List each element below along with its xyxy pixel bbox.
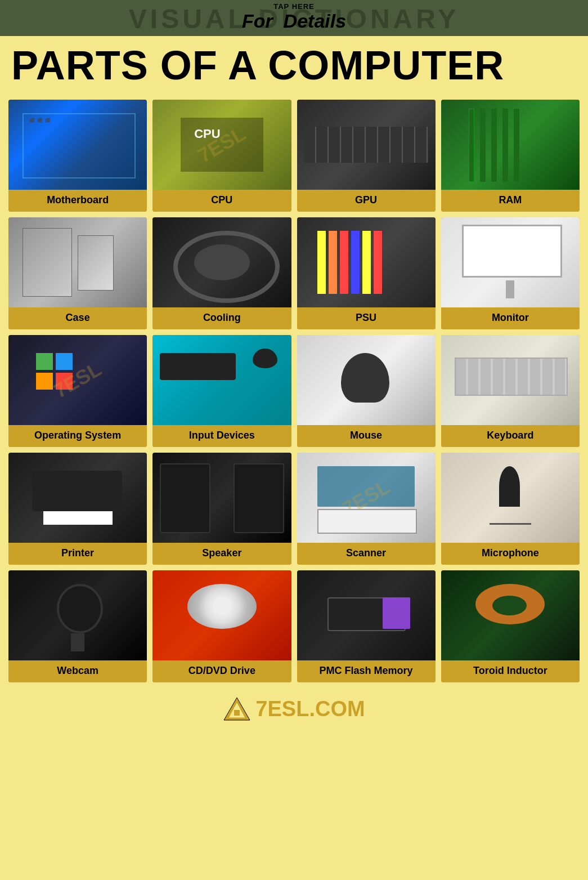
tap-here-overlay[interactable]: TAP HERE For Details (210, 2, 379, 32)
grid-item-cddvd[interactable]: CD/DVD Drive (152, 570, 291, 682)
image-input (152, 335, 291, 425)
page-title: PARTS OF A COMPUTER (11, 45, 577, 86)
label-psu: PSU (297, 307, 436, 329)
label-input: Input Devices (152, 425, 291, 447)
label-case: Case (8, 307, 147, 329)
footer-logo-letters: ESL.COM (268, 697, 365, 721)
image-mouse (297, 335, 436, 425)
label-toroid: Toroid Inductor (441, 660, 580, 682)
grid-item-scanner[interactable]: 7ESLScanner (297, 453, 436, 565)
footer-logo-text: 7ESL.COM (255, 697, 365, 721)
label-webcam: Webcam (8, 660, 147, 682)
parts-grid: Motherboard7ESLCPUGPURAMCaseCoolingPSUMo… (0, 91, 588, 689)
grid-item-printer[interactable]: Printer (8, 453, 147, 565)
grid-item-gpu[interactable]: GPU (297, 100, 436, 212)
label-motherboard: Motherboard (8, 190, 147, 212)
label-printer: Printer (8, 543, 147, 565)
image-psu (297, 217, 436, 307)
image-monitor (441, 217, 580, 307)
image-keyboard (441, 335, 580, 425)
grid-item-speaker[interactable]: Speaker (152, 453, 291, 565)
svg-rect-2 (234, 710, 240, 716)
image-cddvd (152, 570, 291, 660)
grid-item-cpu[interactable]: 7ESLCPU (152, 100, 291, 212)
header: VISUAL DICTIONARY TAP HERE For Details (0, 0, 588, 36)
grid-item-ram[interactable]: RAM (441, 100, 580, 212)
grid-item-microphone[interactable]: Microphone (441, 453, 580, 565)
page-title-area: PARTS OF A COMPUTER (0, 36, 588, 91)
image-os: 7ESL (8, 335, 147, 425)
grid-item-toroid[interactable]: Toroid Inductor (441, 570, 580, 682)
label-gpu: GPU (297, 190, 436, 212)
grid-item-flash[interactable]: PMC Flash Memory (297, 570, 436, 682)
image-scanner: 7ESL (297, 453, 436, 543)
image-speaker (152, 453, 291, 543)
label-flash: PMC Flash Memory (297, 660, 436, 682)
tap-details-label: Details (284, 10, 347, 32)
label-ram: RAM (441, 190, 580, 212)
grid-item-case[interactable]: Case (8, 217, 147, 329)
image-webcam (8, 570, 147, 660)
grid-item-os[interactable]: 7ESLOperating System (8, 335, 147, 447)
image-printer (8, 453, 147, 543)
image-flash (297, 570, 436, 660)
image-toroid (441, 570, 580, 660)
footer-logo[interactable]: 7ESL.COM (223, 696, 365, 721)
grid-item-keyboard[interactable]: Keyboard (441, 335, 580, 447)
label-cooling: Cooling (152, 307, 291, 329)
grid-item-input[interactable]: Input Devices (152, 335, 291, 447)
image-motherboard (8, 100, 147, 190)
grid-item-monitor[interactable]: Monitor (441, 217, 580, 329)
label-keyboard: Keyboard (441, 425, 580, 447)
label-speaker: Speaker (152, 543, 291, 565)
grid-item-cooling[interactable]: Cooling (152, 217, 291, 329)
image-cooling (152, 217, 291, 307)
label-cddvd: CD/DVD Drive (152, 660, 291, 682)
label-cpu: CPU (152, 190, 291, 212)
grid-item-webcam[interactable]: Webcam (8, 570, 147, 682)
tap-for-label: For (242, 10, 273, 32)
image-cpu: 7ESL (152, 100, 291, 190)
grid-item-mouse[interactable]: Mouse (297, 335, 436, 447)
tap-here-small-text: TAP HERE (210, 2, 379, 11)
grid-item-psu[interactable]: PSU (297, 217, 436, 329)
image-case (8, 217, 147, 307)
label-os: Operating System (8, 425, 147, 447)
image-ram (441, 100, 580, 190)
footer-logo-number: 7 (255, 697, 267, 721)
label-mouse: Mouse (297, 425, 436, 447)
esl-logo-icon (223, 696, 251, 721)
footer: 7ESL.COM (0, 689, 588, 732)
tap-here-big-text: For Details (210, 11, 379, 32)
image-microphone (441, 453, 580, 543)
label-microphone: Microphone (441, 543, 580, 565)
grid-item-motherboard[interactable]: Motherboard (8, 100, 147, 212)
label-monitor: Monitor (441, 307, 580, 329)
image-gpu (297, 100, 436, 190)
label-scanner: Scanner (297, 543, 436, 565)
